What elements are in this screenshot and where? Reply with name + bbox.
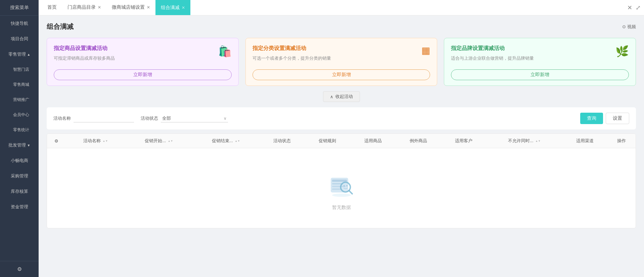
- collapse-icon: ∧: [330, 94, 333, 99]
- sidebar-item-label: 项目合同: [11, 36, 28, 42]
- sidebar-item-label: 智慧门店: [13, 67, 29, 72]
- svg-point-0: [332, 193, 351, 197]
- collapse-bar: ∧ 收起活动: [47, 91, 636, 102]
- tab-store-catalog[interactable]: 门店商品目录 ✕: [62, 0, 106, 15]
- sidebar-item-purchase-mgmt[interactable]: 采购管理: [0, 168, 39, 184]
- card-product: 🛍️ 指定商品设置满减活动 可指定滞销商品或库存较多商品 立即新增: [47, 38, 239, 86]
- col-promo-end[interactable]: 促销结束... ▲▼: [192, 134, 260, 148]
- col-promo-start[interactable]: 促销开始... ▲▼: [126, 134, 193, 148]
- card-category: ▦ 指定分类设置满减活动 可选一个或者多个分类，提升分类的销量 立即新增: [245, 38, 438, 86]
- card-brand: 🌿 指定品牌设置满减活动 适合与上游企业联合做营销，提升品牌销量 立即新增: [444, 38, 636, 86]
- col-no-overlap-label: 不允许同时...: [508, 138, 534, 143]
- sidebar-item-project-contract[interactable]: 项目合同: [0, 31, 39, 47]
- expand-arrow-icon: ▲: [27, 53, 31, 56]
- col-settings[interactable]: ⚙: [47, 134, 66, 148]
- empty-text: 暂无数据: [332, 205, 351, 211]
- sidebar-item-label: 采购管理: [11, 173, 28, 179]
- sidebar-item-smart-store[interactable]: 智慧门店: [0, 62, 39, 77]
- col-applicable-customer: 适用客户: [441, 134, 487, 148]
- activity-status-select-wrapper: 全部进行中已结束未开始 ∨: [161, 114, 228, 122]
- sidebar-item-retail-stats[interactable]: 零售统计: [0, 122, 39, 137]
- empty-illustration: [325, 172, 358, 199]
- activity-status-select[interactable]: 全部进行中已结束未开始: [161, 114, 228, 122]
- col-operation-label: 操作: [617, 138, 626, 143]
- table-header: ⚙ 活动名称 ▲▼ 促销开始... ▲▼ 促销结束... ▲▼: [47, 134, 636, 148]
- activity-status-label: 活动状态: [141, 115, 158, 121]
- filter-activity-name: 活动名称: [53, 114, 134, 122]
- card-category-desc: 可选一个或者多个分类，提升分类的销量: [252, 55, 430, 61]
- settings-button[interactable]: 设置: [606, 113, 629, 124]
- activity-name-input[interactable]: [74, 114, 134, 122]
- sidebar-item-quick-nav[interactable]: 快捷导航: [0, 16, 39, 31]
- play-circle-icon: ⊙: [622, 24, 626, 29]
- filter-actions: 查询 设置: [580, 113, 629, 124]
- card-product-title: 指定商品设置满减活动: [54, 45, 232, 52]
- card-product-desc: 可指定滞销商品或库存较多商品: [54, 55, 232, 61]
- tab-combo-discount[interactable]: 组合满减 ✕: [155, 0, 190, 15]
- svg-line-7: [349, 190, 352, 194]
- expand-arrow-icon: ▼: [27, 144, 31, 147]
- sidebar-item-label: 资金管理: [11, 204, 28, 210]
- sidebar-item-label: 快捷导航: [11, 20, 28, 26]
- col-activity-status: 活动状态: [260, 134, 305, 148]
- card-category-add-button[interactable]: 立即新增: [252, 69, 430, 80]
- col-activity-name-label: 活动名称: [83, 138, 101, 143]
- col-activity-status-label: 活动状态: [273, 138, 291, 143]
- tab-home-label: 首页: [47, 4, 57, 10]
- col-exception-goods: 例外商品: [396, 134, 441, 148]
- sidebar-settings[interactable]: ⚙: [0, 261, 39, 277]
- empty-state: 暂无数据: [50, 152, 633, 224]
- data-table: ⚙ 活动名称 ▲▼ 促销开始... ▲▼ 促销结束... ▲▼: [47, 134, 636, 228]
- table-container: ⚙ 活动名称 ▲▼ 促销开始... ▲▼ 促销结束... ▲▼: [47, 133, 636, 228]
- video-link[interactable]: ⊙ 视频: [622, 24, 636, 30]
- card-brand-add-button[interactable]: 立即新增: [451, 69, 629, 80]
- col-activity-name[interactable]: 活动名称 ▲▼: [66, 134, 126, 148]
- col-no-overlap[interactable]: 不允许同时... ▲▼: [487, 134, 562, 148]
- col-promo-start-label: 促销开始...: [145, 138, 166, 143]
- col-promo-end-label: 促销结束...: [212, 138, 233, 143]
- tab-wechat-store[interactable]: 微商城店铺设置 ✕: [106, 0, 155, 15]
- tab-store-catalog-close[interactable]: ✕: [98, 5, 101, 10]
- card-product-add-button[interactable]: 立即新增: [54, 69, 232, 80]
- query-button[interactable]: 查询: [580, 113, 603, 124]
- tab-wechat-store-label: 微商城店铺设置: [112, 4, 145, 10]
- sidebar-item-retail-mgmt[interactable]: 零售管理 ▲: [0, 47, 39, 62]
- col-applicable-customer-label: 适用客户: [455, 138, 472, 143]
- activity-name-label: 活动名称: [53, 115, 71, 121]
- table-body: 暂无数据: [47, 148, 636, 228]
- sort-icon: ▲▼: [535, 140, 541, 143]
- category-card-icon: ▦: [421, 45, 430, 56]
- sidebar-item-member-center[interactable]: 会员中心: [0, 107, 39, 122]
- sidebar-item-wholesale-mgmt[interactable]: 批发管理 ▼: [0, 137, 39, 153]
- sidebar-item-xiaochangec[interactable]: 小畅电商: [0, 153, 39, 168]
- tab-wechat-store-close[interactable]: ✕: [147, 5, 150, 10]
- sidebar-item-marketing[interactable]: 营销推广: [0, 92, 39, 107]
- col-applicable-goods-label: 适用商品: [364, 138, 382, 143]
- svg-point-8: [343, 185, 345, 187]
- brand-card-icon: 🌿: [615, 45, 629, 58]
- tab-home[interactable]: 首页: [42, 0, 62, 15]
- empty-state-row: 暂无数据: [47, 148, 636, 228]
- sidebar-item-label: 批发管理: [8, 142, 26, 148]
- collapse-activities-button[interactable]: ∧ 收起活动: [323, 91, 360, 102]
- sidebar-item-label: 零售统计: [13, 127, 29, 133]
- tab-combo-discount-close[interactable]: ✕: [182, 5, 185, 10]
- sort-icon: ▲▼: [103, 140, 108, 143]
- sort-icon: ▲▼: [168, 140, 173, 143]
- sidebar-search[interactable]: 搜索菜单: [0, 0, 39, 16]
- page-title: 组合满减: [47, 22, 74, 31]
- close-window-button[interactable]: ✕: [627, 4, 632, 11]
- collapse-label: 收起活动: [335, 94, 353, 100]
- sidebar-item-inventory-calc[interactable]: 库存核算: [0, 184, 39, 199]
- sidebar-item-finance-mgmt[interactable]: 资金管理: [0, 199, 39, 215]
- expand-window-button[interactable]: ⤢: [636, 4, 641, 11]
- page-header: 组合满减 ⊙ 视频: [47, 22, 636, 31]
- sidebar-item-label: 零售商城: [13, 82, 29, 88]
- settings-icon: ⚙: [54, 138, 58, 144]
- col-applicable-channel-label: 适用渠道: [576, 138, 594, 143]
- sidebar-item-retail-mall[interactable]: 零售商城: [0, 77, 39, 92]
- sidebar-item-label: 小畅电商: [11, 158, 28, 164]
- sidebar-item-label: 会员中心: [13, 112, 29, 118]
- tab-bar: 首页 门店商品目录 ✕ 微商城店铺设置 ✕ 组合满减 ✕ ✕ ⤢: [39, 0, 644, 15]
- col-promo-rule-label: 促销规则: [319, 138, 336, 143]
